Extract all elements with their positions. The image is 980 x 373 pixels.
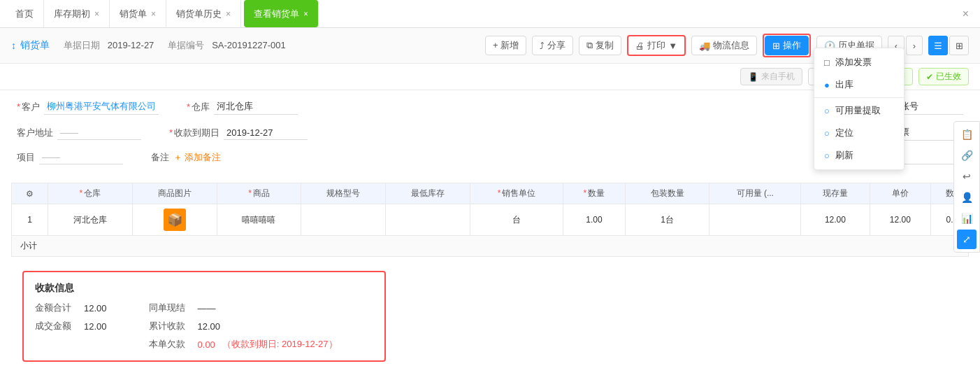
from-phone-label: 来自手机 — [761, 71, 795, 83]
subtotal-label: 小计 — [12, 236, 969, 257]
tab-inventory-close[interactable]: × — [94, 9, 99, 19]
doc-title: ↕ 销货单 — [11, 39, 50, 52]
col-quantity: 数量 — [563, 183, 626, 204]
payment-info-title: 收款信息 — [35, 282, 373, 295]
tab-home-label: 首页 — [15, 8, 34, 20]
total-amount-value: 12.00 — [84, 303, 107, 314]
locate-icon: ○ — [824, 128, 830, 139]
logistics-icon: 🚚 — [699, 41, 710, 51]
new-button[interactable]: + 新增 — [485, 36, 526, 55]
next-arrow[interactable]: › — [906, 36, 923, 55]
warehouse-label: 仓库 — [187, 101, 210, 113]
payment-info-col-right: 同单现结 —— 累计收款 12.00 本单欠款 0.00 （收款到期日: 201… — [149, 302, 338, 351]
owed-row: 本单欠款 0.00 （收款到期日: 2019-12-27） — [149, 338, 338, 351]
tab-sales-label: 销货单 — [120, 8, 147, 20]
data-table: ⚙ 仓库 商品图片 商品 规格型号 最低库存 销售单位 数量 包装数量 可用量 … — [11, 183, 969, 257]
share-icon: ⤴ — [540, 41, 545, 51]
payment-due-value: 2019-12-27 — [224, 126, 308, 140]
row-index: 1 — [12, 204, 48, 236]
number-value: SA-20191227-001 — [212, 40, 286, 50]
row-sales-unit: 台 — [470, 204, 563, 236]
deal-amount-value: 12.00 — [84, 321, 107, 332]
add-invoice-icon: □ — [824, 57, 830, 68]
tab-view-sales-close[interactable]: × — [303, 9, 308, 19]
tab-home[interactable]: 首页 — [6, 0, 44, 27]
add-invoice-item[interactable]: □ 添加发票 — [814, 51, 904, 73]
view-toggle: ☰ ⊞ — [928, 36, 969, 55]
customer-value[interactable]: 柳州粤港平安气体有限公司 — [44, 99, 159, 115]
sales-order-icon: ↕ — [11, 40, 16, 51]
operation-label: 操作 — [783, 39, 801, 52]
payment-info-box: 收款信息 金额合计 12.00 成交金额 12.00 同单现结 —— — [22, 271, 386, 362]
sidebar-btn-2[interactable]: 🔗 — [957, 146, 977, 165]
row-current-stock: 12.00 — [801, 204, 870, 236]
list-view-btn[interactable]: ☰ — [928, 36, 948, 55]
row-product: 嘻嘻嘻嘻 — [217, 204, 301, 236]
operation-button[interactable]: ⊞ 操作 — [765, 36, 809, 55]
col-settings[interactable]: ⚙ — [12, 183, 48, 204]
effective-icon: ✔ — [926, 72, 933, 82]
outbound-item[interactable]: ● 出库 — [814, 73, 904, 96]
effective-btn[interactable]: ✔ 已生效 — [918, 68, 969, 85]
project-value: —— — [39, 150, 123, 164]
sidebar-btn-6[interactable]: ⤢ — [957, 230, 977, 249]
dropdown-divider — [814, 97, 904, 98]
col-min-stock: 最低库存 — [386, 183, 470, 204]
outbound-label: 出库 — [835, 78, 853, 91]
owed-value: 0.00 — [198, 339, 215, 350]
owed-label: 本单欠款 — [149, 338, 191, 351]
project-field: 项目 —— — [17, 150, 123, 164]
available-extract-item[interactable]: ○ 可用量提取 — [814, 99, 904, 122]
logistics-label: 物流信息 — [713, 39, 749, 52]
share-button[interactable]: ⤴ 分享 — [532, 36, 573, 55]
tab-sales-history[interactable]: 销货单历史 × — [166, 0, 241, 27]
row-quantity: 1.00 — [563, 204, 626, 236]
grid-view-btn[interactable]: ⊞ — [949, 36, 969, 55]
from-phone-btn[interactable]: 📱 来自手机 — [740, 68, 802, 85]
payment-info-rows: 金额合计 12.00 成交金额 12.00 同单现结 —— 累计收款 — [35, 302, 373, 351]
settlement-value: —— — [198, 303, 216, 314]
logistics-button[interactable]: 🚚 物流信息 — [691, 36, 757, 55]
sidebar-btn-5[interactable]: 📊 — [957, 209, 977, 228]
note-field: 备注 ＋ 添加备注 — [151, 151, 221, 164]
operation-dropdown: □ 添加发票 ● 出库 ○ 可用量提取 ○ 定位 ○ 刷新 — [814, 48, 905, 170]
tab-sales[interactable]: 销货单 × — [110, 0, 166, 27]
tab-bar: 首页 库存期初 × 销货单 × 销货单历史 × 查看销货单 × × — [0, 0, 980, 28]
warehouse-field: 仓库 河北仓库 — [187, 99, 298, 115]
print-dropdown-arrow: ▼ — [668, 41, 677, 51]
col-unit-price: 单价 — [870, 183, 930, 204]
tab-view-sales[interactable]: 查看销货单 × — [244, 0, 319, 27]
warehouse-value: 河北仓库 — [214, 99, 298, 115]
bottom-section: 收款信息 金额合计 12.00 成交金额 12.00 同单现结 —— — [0, 257, 980, 373]
product-image: 📦 — [164, 209, 186, 231]
tab-sales-history-close[interactable]: × — [226, 9, 231, 19]
col-product-img: 商品图片 — [132, 183, 217, 204]
add-note-button[interactable]: ＋ 添加备注 — [173, 151, 221, 164]
number-label-text: 单据编号 — [168, 40, 204, 50]
table-wrapper: ⚙ 仓库 商品图片 商品 规格型号 最低库存 销售单位 数量 包装数量 可用量 … — [11, 183, 969, 257]
right-sidebar: 📋 🔗 ↩ 👤 📊 ⤢ — [953, 121, 980, 253]
tab-sales-close[interactable]: × — [151, 9, 156, 19]
available-extract-label: 可用量提取 — [835, 104, 881, 117]
address-label: 客户地址 — [17, 127, 53, 139]
table-row: 1 河北仓库 📦 嘻嘻嘻嘻 台 1.00 1台 12.00 12.00 0. — [12, 204, 969, 236]
copy-button[interactable]: ⧉ 复制 — [579, 36, 621, 55]
phone-icon: 📱 — [748, 72, 758, 82]
sidebar-btn-1[interactable]: 📋 — [957, 125, 977, 144]
tab-bar-close-button[interactable]: × — [957, 8, 974, 20]
refresh-item[interactable]: ○ 刷新 — [814, 144, 904, 167]
settlement-label: 同单现结 — [149, 302, 191, 314]
available-extract-icon: ○ — [824, 106, 830, 116]
owed-note: （收款到期日: 2019-12-27） — [222, 338, 338, 351]
print-button[interactable]: 🖨 打印 ▼ — [627, 35, 686, 56]
sidebar-btn-4[interactable]: 👤 — [957, 188, 977, 207]
sidebar-btn-3[interactable]: ↩ — [957, 167, 977, 186]
cumulative-label: 累计收款 — [149, 320, 191, 332]
locate-item[interactable]: ○ 定位 — [814, 122, 904, 144]
tab-inventory[interactable]: 库存期初 × — [44, 0, 110, 27]
operation-icon: ⊞ — [772, 41, 780, 51]
tab-view-sales-label: 查看销货单 — [254, 8, 299, 20]
date-value: 2019-12-27 — [108, 40, 154, 50]
payment-due-field: 收款到期日 2019-12-27 — [169, 126, 308, 140]
row-unit-price: 12.00 — [870, 204, 930, 236]
